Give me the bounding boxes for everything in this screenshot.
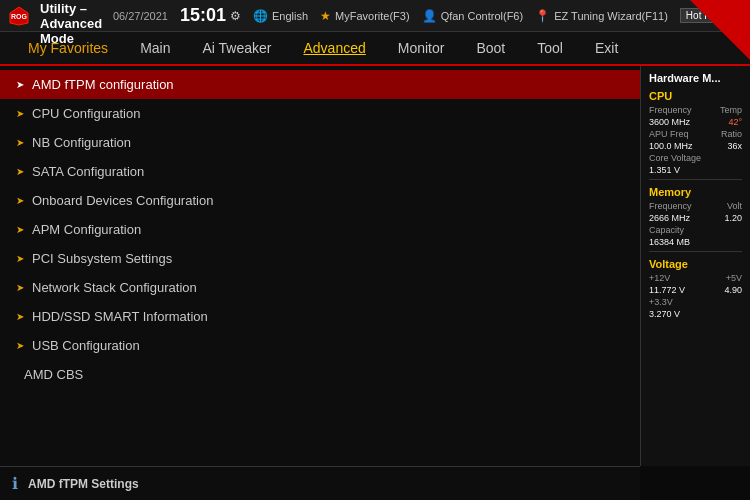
- divider-1: [649, 179, 742, 180]
- menu-item-label: AMD CBS: [24, 367, 83, 382]
- arrow-icon: ➤: [16, 166, 24, 177]
- qfan-button[interactable]: 👤 Qfan Control(F6): [422, 9, 524, 23]
- arrow-icon: ➤: [16, 195, 24, 206]
- ratio-value: 36x: [727, 141, 742, 151]
- memory-capacity-value: 16384 MB: [649, 237, 690, 247]
- cpu-frequency-value: 3600 MHz: [649, 117, 690, 127]
- menu-item-cpu-config[interactable]: ➤ CPU Configuration: [0, 99, 640, 128]
- cpu-frequency-label: Frequency: [649, 105, 692, 115]
- ez-tuning-label: EZ Tuning Wizard(F11): [554, 10, 668, 22]
- language-selector[interactable]: 🌐 English: [253, 9, 308, 23]
- menu-item-sata-config[interactable]: ➤ SATA Configuration: [0, 157, 640, 186]
- bios-logo: ROG: [8, 5, 30, 27]
- menu-item-nb-config[interactable]: ➤ NB Configuration: [0, 128, 640, 157]
- cpu-section-title: CPU: [649, 90, 742, 102]
- globe-icon: 🌐: [253, 9, 268, 23]
- status-bar: ℹ AMD fTPM Settings: [0, 466, 640, 500]
- voltage-33v-label: +3.3V: [649, 297, 673, 307]
- star-icon: ★: [320, 9, 331, 23]
- hardware-monitor-title: Hardware M...: [649, 72, 742, 84]
- svg-text:ROG: ROG: [11, 13, 28, 20]
- nav-main[interactable]: Main: [124, 34, 186, 62]
- voltage-33v-row: +3.3V: [649, 297, 742, 307]
- menu-item-label: Network Stack Configuration: [32, 280, 197, 295]
- menu-item-network-stack[interactable]: ➤ Network Stack Configuration: [0, 273, 640, 302]
- ratio-label: Ratio: [721, 129, 742, 139]
- memory-volt-value: 1.20: [724, 213, 742, 223]
- status-text: AMD fTPM Settings: [28, 477, 139, 491]
- nav-ai-tweaker[interactable]: Ai Tweaker: [186, 34, 287, 62]
- apu-freq-row: APU Freq Ratio: [649, 129, 742, 139]
- language-label: English: [272, 10, 308, 22]
- arrow-icon: ➤: [16, 224, 24, 235]
- nav-boot[interactable]: Boot: [460, 34, 521, 62]
- cpu-frequency-value-row: 3600 MHz 42°: [649, 117, 742, 127]
- info-icon: ℹ: [12, 474, 18, 493]
- cpu-temp-label: Temp: [720, 105, 742, 115]
- voltage-33v-value: 3.270 V: [649, 309, 680, 319]
- fan-icon: 👤: [422, 9, 437, 23]
- nav-bar: My Favorites Main Ai Tweaker Advanced Mo…: [0, 32, 750, 66]
- menu-item-label: PCI Subsystem Settings: [32, 251, 172, 266]
- top-bar: ROG UEFI BIOS Utility – Advanced Mode 06…: [0, 0, 750, 32]
- ez-tuning-button[interactable]: 📍 EZ Tuning Wizard(F11): [535, 9, 668, 23]
- cpu-temp-value: 42°: [728, 117, 742, 127]
- voltage-12v-row: +12V +5V: [649, 273, 742, 283]
- memory-frequency-value: 2666 MHz: [649, 213, 690, 223]
- menu-item-usb-config[interactable]: ➤ USB Configuration: [0, 331, 640, 360]
- right-panel: Hardware M... CPU Frequency Temp 3600 MH…: [640, 66, 750, 466]
- date-display: 06/27/2021: [113, 10, 168, 22]
- menu-item-apm-config[interactable]: ➤ APM Configuration: [0, 215, 640, 244]
- cpu-frequency-row: Frequency Temp: [649, 105, 742, 115]
- menu-item-label: NB Configuration: [32, 135, 131, 150]
- voltage-12v-label: +12V: [649, 273, 670, 283]
- arrow-icon: ➤: [16, 108, 24, 119]
- divider-2: [649, 251, 742, 252]
- arrow-icon: ➤: [16, 282, 24, 293]
- menu-item-label: AMD fTPM configuration: [32, 77, 174, 92]
- memory-section-title: Memory: [649, 186, 742, 198]
- top-bar-items: 🌐 English ★ MyFavorite(F3) 👤 Qfan Contro…: [253, 8, 742, 23]
- apu-freq-value-row: 100.0 MHz 36x: [649, 141, 742, 151]
- rog-icon: ROG: [8, 5, 30, 27]
- qfan-label: Qfan Control(F6): [441, 10, 524, 22]
- memory-capacity-value-row: 16384 MB: [649, 237, 742, 247]
- voltage-section-title: Voltage: [649, 258, 742, 270]
- arrow-icon: ➤: [16, 311, 24, 322]
- nav-exit[interactable]: Exit: [579, 34, 634, 62]
- menu-item-label: USB Configuration: [32, 338, 140, 353]
- menu-item-label: SATA Configuration: [32, 164, 144, 179]
- voltage-5v-label: +5V: [726, 273, 742, 283]
- nav-my-favorites[interactable]: My Favorites: [12, 34, 124, 62]
- voltage-12v-value: 11.772 V: [649, 285, 685, 295]
- my-favorite-button[interactable]: ★ MyFavorite(F3): [320, 9, 410, 23]
- menu-item-amd-ftpm[interactable]: ➤ AMD fTPM configuration: [0, 70, 640, 99]
- nav-tool[interactable]: Tool: [521, 34, 579, 62]
- arrow-icon: ➤: [16, 340, 24, 351]
- favorite-label: MyFavorite(F3): [335, 10, 410, 22]
- menu-item-amd-cbs[interactable]: AMD CBS: [0, 360, 640, 389]
- menu-item-label: HDD/SSD SMART Information: [32, 309, 208, 324]
- voltage-33v-value-row: 3.270 V: [649, 309, 742, 319]
- memory-capacity-row: Capacity: [649, 225, 742, 235]
- memory-volt-label: Volt: [727, 201, 742, 211]
- nav-advanced[interactable]: Advanced: [287, 34, 381, 62]
- menu-item-onboard-devices[interactable]: ➤ Onboard Devices Configuration: [0, 186, 640, 215]
- arrow-icon: ➤: [16, 79, 24, 90]
- time-display: 15:01: [180, 5, 226, 26]
- memory-capacity-label: Capacity: [649, 225, 684, 235]
- memory-frequency-row: Frequency Volt: [649, 201, 742, 211]
- menu-area: ➤ AMD fTPM configuration ➤ CPU Configura…: [0, 66, 640, 466]
- core-voltage-value-row: 1.351 V: [649, 165, 742, 175]
- memory-frequency-label: Frequency: [649, 201, 692, 211]
- corner-accent: [690, 0, 750, 60]
- nav-monitor[interactable]: Monitor: [382, 34, 461, 62]
- menu-item-hdd-smart[interactable]: ➤ HDD/SSD SMART Information: [0, 302, 640, 331]
- core-voltage-row: Core Voltage: [649, 153, 742, 163]
- memory-frequency-value-row: 2666 MHz 1.20: [649, 213, 742, 223]
- menu-item-label: CPU Configuration: [32, 106, 140, 121]
- settings-gear-icon[interactable]: ⚙: [230, 9, 241, 23]
- voltage-5v-value: 4.90: [724, 285, 742, 295]
- apu-freq-value: 100.0 MHz: [649, 141, 693, 151]
- menu-item-pci-subsystem[interactable]: ➤ PCI Subsystem Settings: [0, 244, 640, 273]
